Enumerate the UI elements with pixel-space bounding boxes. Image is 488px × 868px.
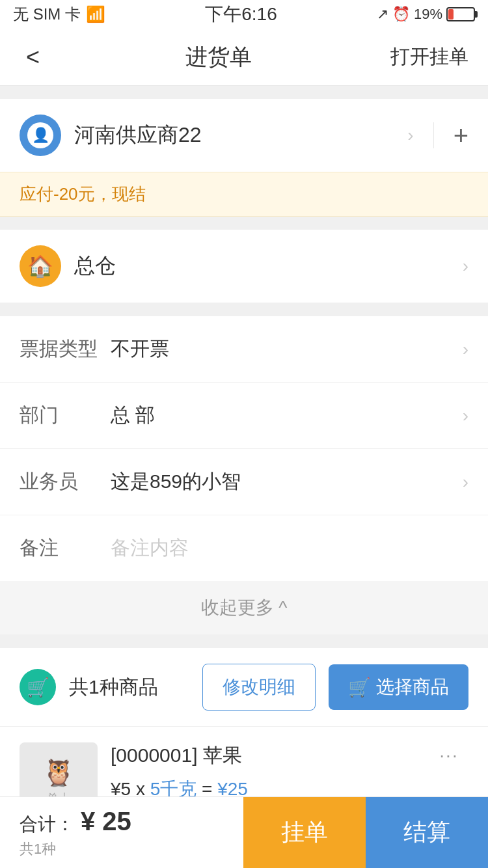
warehouse-row[interactable]: 🏠 总仓 › xyxy=(0,230,488,303)
checkout-button[interactable]: 结算 xyxy=(366,797,488,869)
edit-detail-button[interactable]: 修改明细 xyxy=(202,664,316,711)
invoice-chevron-icon: › xyxy=(463,339,468,360)
status-right: ↗ ⏰ 19% xyxy=(377,6,475,23)
avatar-icon: 👤 xyxy=(27,122,53,148)
select-product-label: 选择商品 xyxy=(376,675,449,699)
product-info: [0000001] 苹果 ¥5 x 5千克 = ¥25 xyxy=(111,742,416,802)
department-label: 部门 xyxy=(20,402,111,429)
remark-input[interactable]: 备注内容 xyxy=(111,535,468,562)
invoice-label: 票据类型 xyxy=(20,336,111,362)
nav-bar: < 进货单 打开挂单 xyxy=(0,29,488,86)
invoice-value: 不开票 xyxy=(111,336,463,362)
add-supplier-button[interactable]: + xyxy=(454,121,468,150)
total-amount: ¥ 25 xyxy=(81,807,131,836)
section-gap-3 xyxy=(0,303,488,316)
time-label: 下午6:16 xyxy=(205,2,277,27)
department-value: 总 部 xyxy=(111,402,463,429)
notice-text: 应付-20元，现结 xyxy=(20,184,146,204)
product-id: [0000001] 苹果 xyxy=(111,744,242,766)
supplier-name: 河南供应商22 xyxy=(74,121,407,150)
total-count: 共1种 xyxy=(20,839,224,859)
collapse-bar[interactable]: 收起更多 ^ xyxy=(0,581,488,634)
cart-icon: 🛒 xyxy=(348,677,371,698)
battery-icon xyxy=(446,7,475,21)
department-row[interactable]: 部门 总 部 › xyxy=(0,382,488,448)
product-header: 🛒 共1种商品 修改明细 🛒 选择商品 xyxy=(0,647,488,726)
suspend-button[interactable]: 挂单 xyxy=(243,797,366,869)
footer: 合计： ¥ 25 共1种 挂单 结算 xyxy=(0,796,488,868)
location-icon: ↗ xyxy=(377,6,388,23)
suspend-label: 挂单 xyxy=(281,817,328,848)
supplier-avatar: 👤 xyxy=(20,115,61,156)
battery-label: 19% xyxy=(414,6,442,23)
status-bar: 无 SIM 卡 📶 下午6:16 ↗ ⏰ 19% xyxy=(0,0,488,29)
product-more-button[interactable]: ··· xyxy=(429,742,468,768)
salesman-chevron-icon: › xyxy=(463,472,468,493)
owl-icon: 🦉 xyxy=(42,757,75,788)
section-gap-2 xyxy=(0,217,488,230)
footer-total: 合计： ¥ 25 共1种 xyxy=(0,807,243,859)
footer-total-row: 合计： ¥ 25 xyxy=(20,807,224,837)
back-button[interactable]: < xyxy=(20,37,46,77)
supplier-chevron-icon: › xyxy=(407,125,413,146)
notice-bar: 应付-20元，现结 xyxy=(0,172,488,217)
checkout-label: 结算 xyxy=(403,817,450,848)
warehouse-chevron-icon: › xyxy=(463,256,468,277)
invoice-row[interactable]: 票据类型 不开票 › xyxy=(0,316,488,382)
carrier-label: 无 SIM 卡 xyxy=(13,4,81,25)
status-left: 无 SIM 卡 📶 xyxy=(13,4,105,25)
product-name: [0000001] 苹果 xyxy=(111,742,416,769)
more-dots-icon: ··· xyxy=(439,745,458,766)
section-gap-1 xyxy=(0,86,488,99)
alarm-icon: ⏰ xyxy=(392,6,410,23)
salesman-label: 业务员 xyxy=(20,468,111,495)
remark-row[interactable]: 备注 备注内容 xyxy=(0,515,488,581)
remark-label: 备注 xyxy=(20,535,111,562)
product-count: 共1种商品 xyxy=(69,674,189,701)
wifi-icon: 📶 xyxy=(86,5,105,23)
product-header-icon: 🛒 xyxy=(20,669,56,705)
warehouse-name: 总仓 xyxy=(74,252,463,280)
total-label: 合计： xyxy=(20,812,74,837)
department-chevron-icon: › xyxy=(463,405,468,426)
warehouse-icon: 🏠 xyxy=(20,245,61,287)
supplier-divider xyxy=(433,122,434,148)
supplier-section: 👤 河南供应商22 › + 应付-20元，现结 xyxy=(0,99,488,217)
select-product-button[interactable]: 🛒 选择商品 xyxy=(329,664,468,710)
warehouse-section: 🏠 总仓 › xyxy=(0,230,488,303)
salesman-value: 这是859的小智 xyxy=(111,468,463,495)
salesman-row[interactable]: 业务员 这是859的小智 › xyxy=(0,448,488,515)
section-gap-4 xyxy=(0,634,488,647)
supplier-row[interactable]: 👤 河南供应商22 › + xyxy=(0,99,488,172)
open-suspend-button[interactable]: 打开挂单 xyxy=(390,44,468,70)
form-section: 票据类型 不开票 › 部门 总 部 › 业务员 这是859的小智 › 备注 备注… xyxy=(0,316,488,634)
collapse-label: 收起更多 ^ xyxy=(201,597,288,617)
page-title: 进货单 xyxy=(185,42,252,72)
